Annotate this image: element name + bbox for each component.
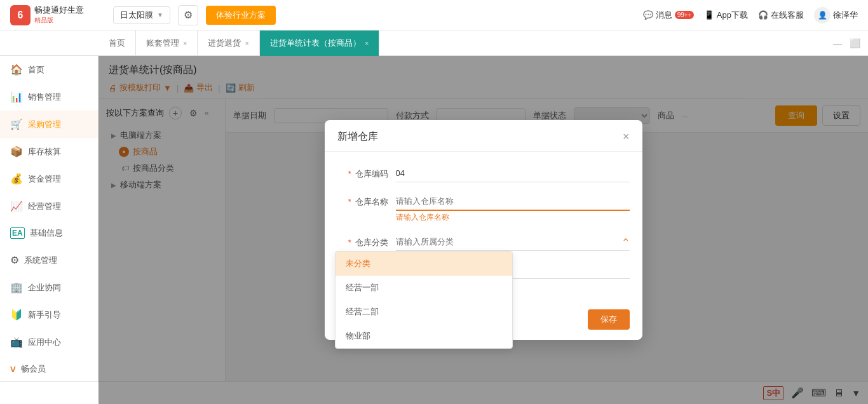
tab-accounts-label: 账套管理 <box>146 37 179 49</box>
main-layout: 🏠 首页 📊 销售管理 🛒 采购管理 📦 库存核算 💰 资金管理 📈 经营管理 … <box>0 56 868 404</box>
store-selector[interactable]: 日太阳膜 ▼ <box>113 6 170 24</box>
trial-button[interactable]: 体验行业方案 <box>206 6 276 25</box>
save-button[interactable]: 保存 <box>588 309 630 330</box>
logo-icon: 6 <box>10 5 31 25</box>
sidebar-item-system-label: 系统管理 <box>24 255 57 266</box>
dropdown-item-3[interactable]: 物业部 <box>336 324 512 348</box>
store-name: 日太阳膜 <box>120 10 153 21</box>
tab-accounts[interactable]: 账套管理 × <box>136 30 198 56</box>
top-right-area: 💬 消息 99++ 📱 App下载 🎧 在线客服 👤 徐泽华 <box>643 7 858 24</box>
category-dropdown: 未分类 经营一部 经营二部 物业部 <box>335 251 513 349</box>
top-bar: 6 畅捷通好生意 精品版 日太阳膜 ▼ ⚙ 体验行业方案 💬 消息 99++ 📱… <box>0 0 868 30</box>
tab-minimize-icon[interactable]: — <box>831 36 844 51</box>
phone-icon: 📱 <box>704 10 714 20</box>
tab-purchase-return-close[interactable]: × <box>245 39 248 47</box>
online-service-item[interactable]: 🎧 在线客服 <box>758 10 804 21</box>
sidebar-item-sales[interactable]: 📊 销售管理 <box>0 83 98 111</box>
online-service-label: 在线客服 <box>771 10 804 21</box>
tab-purchase-stats[interactable]: 进货单统计表（按商品） × <box>260 30 379 56</box>
tab-expand-icon[interactable]: ⬜ <box>847 36 863 51</box>
message-label: 消息 <box>656 10 672 21</box>
basic-info-icon: EA <box>10 227 25 239</box>
category-field-row: * 仓库分类 ⌃ 未分类 经营一部 经营二部 物业部 <box>337 233 630 251</box>
avatar: 👤 <box>814 7 831 24</box>
dialog-header: 新增仓库 × <box>325 120 642 152</box>
sales-icon: 📊 <box>10 91 23 103</box>
logo-area: 6 畅捷通好生意 精品版 <box>10 5 105 25</box>
purchase-icon: 🛒 <box>10 118 23 130</box>
logo-text-block: 畅捷通好生意 精品版 <box>34 5 84 25</box>
message-icon: 💬 <box>643 10 653 20</box>
store-dropdown-arrow: ▼ <box>157 11 163 18</box>
dropdown-item-1[interactable]: 经营一部 <box>336 276 512 300</box>
management-icon: 📈 <box>10 200 23 212</box>
system-icon: ⚙ <box>10 254 19 266</box>
app-center-icon: 📺 <box>10 336 23 348</box>
dialog-title: 新增仓库 <box>337 130 378 144</box>
sidebar: 🏠 首页 📊 销售管理 🛒 采购管理 📦 库存核算 💰 资金管理 📈 经营管理 … <box>0 56 98 404</box>
sidebar-item-inventory[interactable]: 📦 库存核算 <box>0 138 98 165</box>
sidebar-item-basic-info-label: 基础信息 <box>30 227 63 239</box>
tab-purchase-return-label: 进货退货 <box>208 37 241 49</box>
sidebar-item-home[interactable]: 🏠 首页 <box>0 56 98 83</box>
guide-icon: 🔰 <box>10 309 23 321</box>
app-download-item[interactable]: 📱 App下载 <box>704 10 748 21</box>
tab-home-label: 首页 <box>109 37 125 49</box>
sidebar-item-basic-info[interactable]: EA 基础信息 <box>0 220 98 246</box>
message-item[interactable]: 💬 消息 99++ <box>643 10 694 21</box>
code-label: * 仓库编码 <box>337 165 388 180</box>
name-field-row: * 仓库名称 请输入仓库名称 <box>337 192 630 223</box>
app-download-label: App下载 <box>717 10 748 21</box>
home-icon: 🏠 <box>10 64 23 76</box>
add-warehouse-dialog: 新增仓库 × * 仓库编码 * <box>325 120 642 340</box>
sidebar-item-home-label: 首页 <box>28 64 44 76</box>
tab-purchase-return[interactable]: 进货退货 × <box>198 30 259 56</box>
sidebar-item-app-center[interactable]: 📺 应用中心 <box>0 328 98 356</box>
sidebar-item-member[interactable]: V 畅会员 <box>0 356 98 382</box>
modal-overlay: 新增仓库 × * 仓库编码 * <box>98 56 868 404</box>
sidebar-item-enterprise[interactable]: 🏢 企业协同 <box>0 274 98 301</box>
tab-purchase-stats-label: 进货单统计表（按商品） <box>270 37 361 49</box>
sidebar-item-purchase-label: 采购管理 <box>28 119 61 130</box>
code-input[interactable] <box>396 165 630 182</box>
category-input[interactable] <box>396 233 630 251</box>
sidebar-item-sales-label: 销售管理 <box>28 91 61 103</box>
username: 徐泽华 <box>833 10 858 21</box>
sidebar-item-purchase[interactable]: 🛒 采购管理 <box>0 111 98 138</box>
tab-purchase-stats-close[interactable]: × <box>365 39 369 47</box>
sidebar-item-finance-label: 资金管理 <box>28 173 61 185</box>
sidebar-item-app-center-label: 应用中心 <box>28 337 61 348</box>
dropdown-item-2[interactable]: 经营二部 <box>336 300 512 324</box>
tab-actions: — ⬜ <box>831 36 868 51</box>
headset-icon: 🎧 <box>758 10 768 20</box>
sidebar-item-management-label: 经营管理 <box>28 201 61 212</box>
logo-badge: 精品版 <box>34 16 84 25</box>
name-input[interactable] <box>396 192 630 211</box>
tab-home[interactable]: 首页 <box>98 30 136 56</box>
user-item[interactable]: 👤 徐泽华 <box>814 7 858 24</box>
sidebar-item-member-label: 畅会员 <box>21 363 46 375</box>
content-area: 进货单统计(按商品) 🖨 按模板打印 ▼ | 📤 导出 | 🔄 刷新 <box>98 56 868 404</box>
name-error-msg: 请输入仓库名称 <box>396 212 630 223</box>
finance-icon: 💰 <box>10 173 23 185</box>
tab-bar: 首页 账套管理 × 进货退货 × 进货单统计表（按商品） × — ⬜ <box>0 30 868 56</box>
enterprise-icon: 🏢 <box>10 281 23 293</box>
inventory-icon: 📦 <box>10 145 23 158</box>
sidebar-item-enterprise-label: 企业协同 <box>28 282 61 293</box>
tab-accounts-close[interactable]: × <box>183 39 187 47</box>
code-field-row: * 仓库编码 <box>337 165 630 182</box>
name-label: * 仓库名称 <box>337 192 388 208</box>
sidebar-item-guide-label: 新手引导 <box>28 309 61 321</box>
dialog-close-button[interactable]: × <box>623 130 630 144</box>
sidebar-item-guide[interactable]: 🔰 新手引导 <box>0 301 98 328</box>
category-arrow[interactable]: ⌃ <box>621 236 630 248</box>
name-field-container: 请输入仓库名称 <box>396 192 630 223</box>
sidebar-item-system[interactable]: ⚙ 系统管理 <box>0 246 98 274</box>
settings-button[interactable]: ⚙ <box>178 5 198 25</box>
logo-text: 畅捷通好生意 <box>34 5 84 16</box>
sidebar-item-inventory-label: 库存核算 <box>28 146 61 158</box>
sidebar-item-finance[interactable]: 💰 资金管理 <box>0 165 98 192</box>
dropdown-item-0[interactable]: 未分类 <box>336 252 512 276</box>
sidebar-item-management[interactable]: 📈 经营管理 <box>0 192 98 220</box>
category-select-container: ⌃ 未分类 经营一部 经营二部 物业部 <box>396 233 630 251</box>
